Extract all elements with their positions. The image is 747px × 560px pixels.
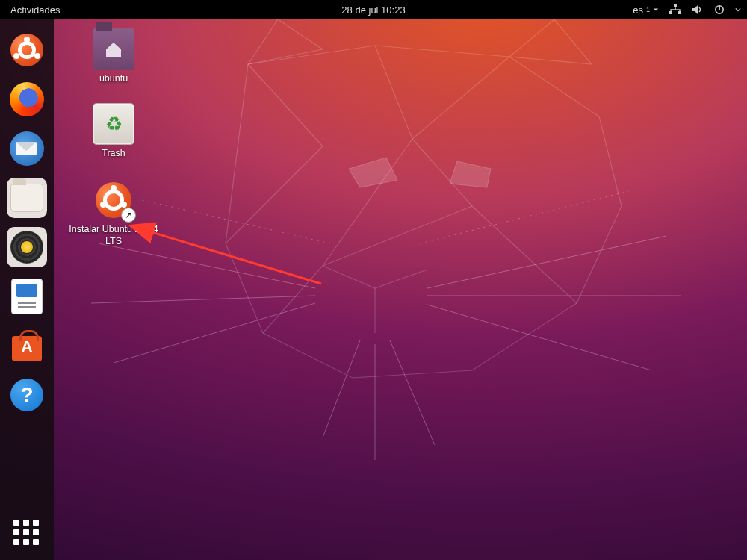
dock-help[interactable]: ? [7, 375, 47, 415]
writer-icon [11, 279, 43, 314]
trash-icon: ♻ [93, 103, 134, 145]
top-bar: Actividades 28 de jul 10:23 es1 [0, 0, 747, 19]
svg-rect-14 [669, 11, 672, 14]
chevron-down-icon [653, 7, 659, 13]
network-icon[interactable] [669, 4, 681, 15]
files-icon [10, 184, 43, 212]
dock-thunderbird[interactable] [7, 128, 47, 169]
desktop-icon-label: ubuntu [72, 73, 155, 85]
installer-icon: ↗ [93, 179, 134, 221]
dock-ubuntu-software[interactable]: A [7, 326, 47, 366]
desktop-icon-label: Trash [72, 148, 155, 160]
system-tray: es1 [633, 4, 741, 16]
rhythmbox-icon [10, 231, 43, 264]
desktop-icon-install-ubuntu[interactable]: ↗ Instalar Ubuntu 20.04 LTS [61, 179, 166, 247]
help-icon: ? [10, 379, 43, 411]
system-menu-chevron-icon[interactable] [735, 7, 741, 13]
dock: A ? [0, 19, 54, 560]
desktop-icon-home[interactable]: ubuntu [72, 28, 155, 85]
firefox-icon [10, 82, 44, 116]
clock[interactable]: 28 de jul 10:23 [341, 4, 405, 16]
desktop-icon-trash[interactable]: ♻ Trash [72, 103, 155, 160]
keyboard-layout-indicator[interactable]: es1 [633, 4, 659, 16]
dock-files[interactable] [7, 178, 47, 218]
dock-libreoffice-writer[interactable] [7, 276, 47, 317]
shortcut-badge-icon: ↗ [121, 208, 136, 223]
show-applications-button[interactable] [13, 520, 40, 547]
power-icon[interactable] [714, 4, 725, 15]
dock-ubuntu-dash[interactable] [7, 30, 47, 70]
dock-rhythmbox[interactable] [7, 227, 47, 267]
desktop-icon-label: Instalar Ubuntu 20.04 LTS [61, 224, 166, 247]
thunderbird-icon [10, 131, 44, 166]
dock-firefox[interactable] [7, 79, 47, 119]
desktop: ubuntu ♻ Trash ↗ Instalar Ubuntu 20.04 L… [54, 19, 747, 560]
home-folder-icon [93, 28, 134, 70]
ubuntu-logo-icon [10, 34, 43, 66]
activities-button[interactable]: Actividades [6, 4, 64, 16]
svg-rect-13 [674, 4, 677, 7]
software-center-icon: A [9, 330, 45, 361]
volume-icon[interactable] [692, 4, 704, 15]
svg-rect-15 [678, 11, 681, 14]
